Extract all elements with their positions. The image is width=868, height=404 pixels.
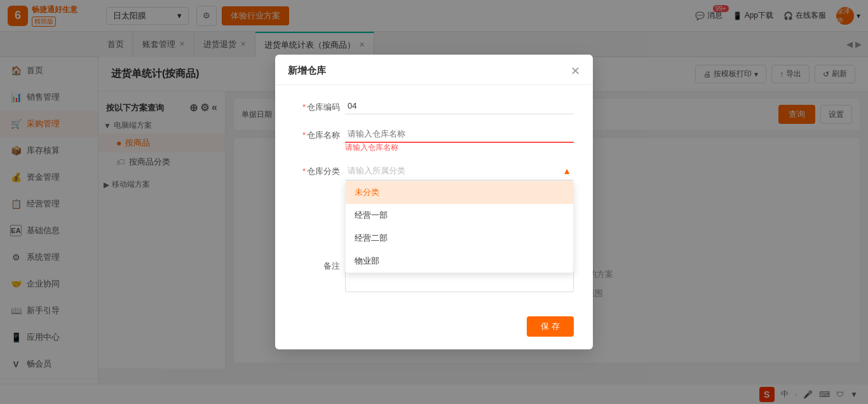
- save-button[interactable]: 保 存: [527, 316, 574, 337]
- dialog-header: 新增仓库 ✕: [275, 55, 593, 85]
- dropdown-arrow-icon: ▲: [562, 166, 571, 176]
- new-warehouse-dialog: 新增仓库 ✕ 仓库编码 仓库名称 请输入仓库名称: [275, 55, 593, 349]
- category-dropdown-list: 未分类 经营一部 经营二部 物业部: [345, 180, 574, 273]
- name-input[interactable]: [345, 126, 574, 143]
- category-dropdown[interactable]: 请输入所属分类 ▲: [345, 162, 574, 180]
- code-input[interactable]: [345, 98, 574, 114]
- dropdown-option-unclassified[interactable]: 未分类: [346, 181, 573, 204]
- dropdown-option-dept1[interactable]: 经营一部: [346, 204, 573, 227]
- form-row-category: 仓库分类 请输入所属分类 ▲ 未分类 经营一部 经营二部 物业部: [294, 162, 574, 180]
- remark-label: 备注: [294, 257, 345, 272]
- name-label: 仓库名称: [294, 126, 345, 141]
- category-label: 仓库分类: [294, 162, 345, 177]
- code-label: 仓库编码: [294, 98, 345, 113]
- dialog-footer: 保 存: [275, 316, 593, 337]
- name-field-wrap: 请输入仓库名称: [345, 126, 574, 143]
- name-error-msg: 请输入仓库名称: [345, 142, 398, 153]
- dropdown-option-dept3[interactable]: 物业部: [346, 250, 573, 273]
- dialog-overlay: 新增仓库 ✕ 仓库编码 仓库名称 请输入仓库名称: [0, 0, 868, 404]
- dialog-body: 仓库编码 仓库名称 请输入仓库名称 仓库分类 请输入所属分类: [275, 85, 593, 310]
- dialog-close-button[interactable]: ✕: [571, 65, 580, 77]
- category-field-wrap: 请输入所属分类 ▲ 未分类 经营一部 经营二部 物业部: [345, 162, 574, 180]
- form-row-code: 仓库编码: [294, 98, 574, 114]
- dropdown-option-dept2[interactable]: 经营二部: [346, 227, 573, 250]
- dialog-title: 新增仓库: [288, 65, 326, 77]
- form-row-name: 仓库名称 请输入仓库名称: [294, 126, 574, 143]
